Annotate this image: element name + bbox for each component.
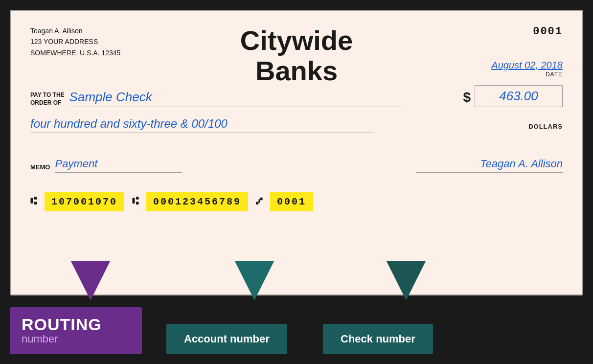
pay-to-section: PAY TO THE ORDER OF Sample Check $ 463.0… (30, 85, 563, 107)
pay-to-label: PAY TO THE ORDER OF (30, 91, 65, 108)
amount-value: 463.00 (499, 89, 538, 103)
account-label-text: Account number (184, 333, 270, 345)
amount-box: 463.00 (475, 85, 563, 107)
bank-name-text: Citywide Banks (240, 25, 353, 86)
written-amount: four hundred and sixty-three & 00/100 (30, 117, 373, 133)
payee-line: Sample Check (69, 90, 402, 107)
account-number: 000123456789 (146, 192, 248, 211)
account-label-box: Account number (166, 324, 287, 354)
amount-box-wrapper: $ 463.00 (463, 85, 563, 107)
date-value: August 02, 2018 (491, 60, 563, 71)
checknumber-label-text: Check number (341, 333, 415, 345)
dollars-label: DOLLARS (528, 123, 563, 133)
micr-open-symbol: ⑆ (30, 196, 37, 208)
routing-label-box: ROUTING number (10, 307, 142, 354)
routing-number: 107001070 (45, 192, 124, 211)
date-section: August 02, 2018 DATE (491, 60, 563, 78)
memo-line: Payment (55, 158, 182, 173)
micr-close-symbol: ⑆ (132, 196, 138, 208)
signature-line: Teagan A. Allison (416, 158, 563, 173)
memo-label: MEMO (30, 163, 50, 173)
dollar-sign: $ (463, 90, 471, 107)
signature-value: Teagan A. Allison (480, 158, 563, 170)
memo-section: MEMO Payment Teagan A. Allison (30, 158, 563, 173)
micr-check-number: 0001 (270, 192, 313, 211)
routing-label-title: ROUTING (22, 316, 130, 333)
check-number-top: 0001 (533, 25, 563, 38)
date-label: DATE (491, 71, 563, 78)
bank-name: Citywide Banks (240, 25, 353, 86)
check: 0001 Teagan A. Allison 123 YOUR ADDRESS … (10, 10, 583, 296)
memo-value: Payment (55, 158, 97, 170)
memo-left: MEMO Payment (30, 158, 182, 173)
micr-equals-symbol: ⑇ (256, 196, 262, 208)
routing-label-sub: number (22, 333, 130, 345)
written-amount-section: four hundred and sixty-three & 00/100 DO… (30, 117, 563, 133)
checknumber-label-box: Check number (323, 324, 433, 354)
micr-section: ⑆ 107001070 ⑆ 000123456789 ⑇ 0001 (30, 192, 563, 211)
payee-name: Sample Check (69, 90, 152, 104)
